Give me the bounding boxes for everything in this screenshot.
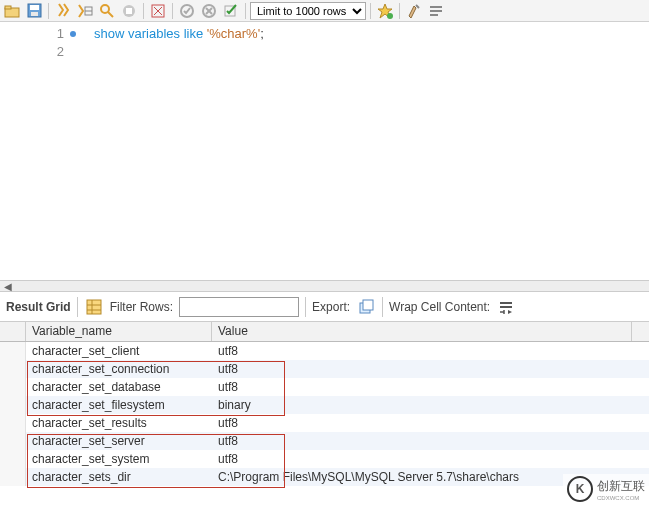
execute-icon[interactable] — [53, 1, 73, 21]
svg-rect-22 — [430, 14, 438, 16]
export-label: Export: — [312, 300, 350, 314]
table-row[interactable]: character_set_connectionutf8 — [0, 360, 649, 378]
grid-view-icon[interactable] — [84, 297, 104, 317]
result-grid: Variable_name Value character_set_client… — [0, 322, 649, 486]
filter-rows-input[interactable] — [179, 297, 299, 317]
save-icon[interactable] — [24, 1, 44, 21]
rollback-icon[interactable] — [199, 1, 219, 21]
table-row[interactable]: character_set_filesystembinary — [0, 396, 649, 414]
svg-rect-1 — [5, 6, 11, 9]
table-row[interactable]: character_set_systemutf8 — [0, 450, 649, 468]
export-icon[interactable] — [356, 297, 376, 317]
code-area[interactable]: show variables like '%char%'; — [70, 22, 649, 280]
result-grid-label: Result Grid — [6, 300, 71, 314]
svg-rect-29 — [500, 302, 512, 304]
wrap-cell-label: Wrap Cell Content: — [389, 300, 490, 314]
result-toolbar: Result Grid Filter Rows: Export: Wrap Ce… — [0, 292, 649, 322]
svg-point-19 — [387, 13, 393, 19]
beautify-icon[interactable] — [404, 1, 424, 21]
table-row[interactable]: character_set_resultsutf8 — [0, 414, 649, 432]
commit-icon[interactable] — [177, 1, 197, 21]
open-icon[interactable] — [2, 1, 22, 21]
main-toolbar: Limit to 1000 rows — [0, 0, 649, 22]
panel-splitter[interactable]: ◀ — [0, 280, 649, 292]
favorite-icon[interactable] — [375, 1, 395, 21]
svg-rect-3 — [30, 5, 39, 10]
svg-rect-30 — [500, 306, 512, 308]
wrap-cell-icon[interactable] — [496, 297, 516, 317]
watermark: K 创新互联 CDXWCX.COM — [563, 474, 649, 504]
find-icon[interactable] — [426, 1, 446, 21]
stop-icon[interactable] — [119, 1, 139, 21]
execute-current-icon[interactable] — [75, 1, 95, 21]
svg-line-8 — [108, 12, 113, 17]
svg-rect-23 — [87, 300, 101, 314]
svg-point-7 — [101, 5, 109, 13]
svg-rect-4 — [31, 12, 38, 16]
filter-rows-label: Filter Rows: — [110, 300, 173, 314]
limit-rows-select[interactable]: Limit to 1000 rows — [250, 2, 366, 20]
table-row[interactable]: character_sets_dirC:\Program Files\MySQL… — [0, 468, 649, 486]
table-row[interactable]: character_set_serverutf8 — [0, 432, 649, 450]
svg-rect-28 — [363, 300, 373, 310]
autocommit-icon[interactable] — [221, 1, 241, 21]
line-gutter: 12 — [0, 22, 70, 280]
table-row[interactable]: character_set_databaseutf8 — [0, 378, 649, 396]
column-value[interactable]: Value — [212, 322, 632, 341]
column-variable-name[interactable]: Variable_name — [26, 322, 212, 341]
grid-header: Variable_name Value — [0, 322, 649, 342]
toggle-comment-icon[interactable] — [148, 1, 168, 21]
sql-editor[interactable]: 12 show variables like '%char%'; — [0, 22, 649, 280]
svg-rect-21 — [430, 10, 442, 12]
svg-rect-10 — [126, 8, 132, 14]
svg-rect-20 — [430, 6, 442, 8]
table-row[interactable]: character_set_clientutf8 — [0, 342, 649, 360]
chevron-left-icon: ◀ — [4, 281, 12, 292]
explain-icon[interactable] — [97, 1, 117, 21]
